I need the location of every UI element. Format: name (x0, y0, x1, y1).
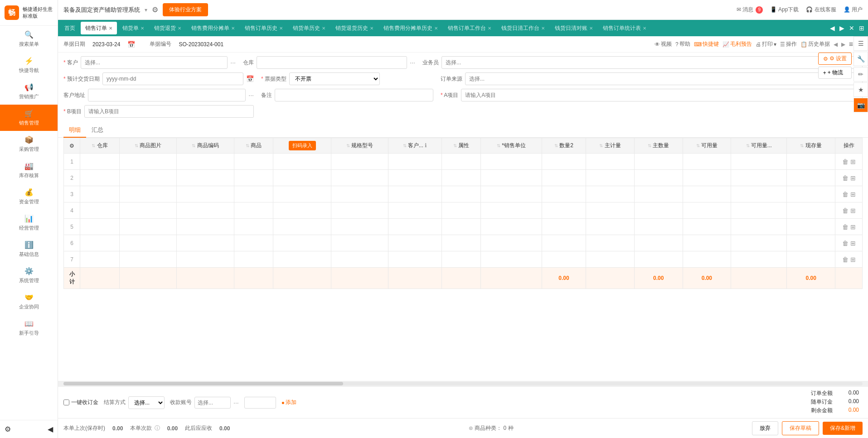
calendar-icon[interactable]: 📅 (127, 41, 135, 48)
tab-order-workbench-close[interactable]: ✕ (488, 26, 491, 31)
tab-return[interactable]: 销货退货 ✕ (150, 22, 186, 34)
collapse-sidebar-btn[interactable]: ◀ (48, 425, 53, 433)
sidebar-item-inventory[interactable]: 🏭 库存核算 (0, 157, 58, 183)
tab-expense-split-close[interactable]: ✕ (231, 26, 235, 31)
row-4-product[interactable] (234, 202, 273, 219)
row-1-main-unit[interactable] (586, 154, 635, 170)
row-4-main-unit[interactable] (586, 202, 635, 219)
tab-sales-stats[interactable]: 销售订单统计表 ✕ (598, 22, 651, 34)
tab-order-history[interactable]: 销售订单历史 ✕ (240, 22, 287, 34)
form-nav-next[interactable]: ▶ (841, 41, 845, 48)
settings-btn[interactable]: ⚙ ⚙ 设置 (818, 53, 852, 65)
row-2-main-qty[interactable] (634, 170, 683, 186)
address-dots-btn[interactable]: ··· (248, 91, 254, 99)
customer-dots-btn[interactable]: ··· (230, 59, 236, 66)
row-6-available2[interactable] (731, 235, 787, 251)
row-6-main-qty[interactable] (634, 235, 683, 251)
warehouse-dots-btn[interactable]: ··· (410, 59, 415, 66)
settings-icon[interactable]: ⚙ (152, 5, 158, 14)
row-3-product[interactable] (234, 186, 273, 202)
th-sales-unit[interactable]: ⇅ *销售单位 (481, 138, 542, 154)
row-5-copy-btn[interactable]: ⊞ (850, 223, 856, 231)
tab-summary[interactable]: 汇总 (86, 123, 109, 138)
row-3-available2[interactable] (731, 186, 787, 202)
form-nav-prev[interactable]: ◀ (834, 41, 838, 48)
row-3-stock[interactable] (787, 186, 835, 202)
user-area[interactable]: 👤 用户 (844, 6, 863, 14)
row-6-spec[interactable] (331, 235, 388, 251)
tab-goods-history[interactable]: 销货单历史 ✕ (288, 22, 330, 34)
row-3-spec[interactable] (331, 186, 388, 202)
row-2-spec[interactable] (331, 170, 388, 186)
row-7-available2[interactable] (731, 251, 787, 268)
row-6-sales-unit[interactable] (481, 235, 542, 251)
row-1-warehouse[interactable] (80, 154, 120, 170)
profit-btn[interactable]: 📈 毛利预告 (723, 40, 752, 48)
row-7-main-unit[interactable] (586, 251, 635, 268)
row-1-code[interactable] (177, 154, 234, 170)
row-5-product[interactable] (234, 219, 273, 235)
row-4-main-qty[interactable] (634, 202, 683, 219)
row-3-scan[interactable] (273, 186, 331, 202)
view-btn[interactable]: 👁 视频 (655, 40, 672, 48)
tab-prev-btn[interactable]: ◀ (828, 24, 837, 33)
row-4-copy-btn[interactable]: ⊞ (850, 207, 856, 214)
row-3-available[interactable] (683, 186, 731, 202)
scroll-thumb[interactable] (63, 382, 343, 385)
th-product-img[interactable]: ⇅ 商品图片 (119, 138, 176, 154)
row-5-code[interactable] (177, 219, 234, 235)
th-product[interactable]: ⇅ 商品 (234, 138, 273, 154)
order-source-input[interactable] (465, 72, 863, 85)
tab-expense-split[interactable]: 销售费用分摊单 ✕ (187, 22, 239, 34)
th-scan[interactable]: 扫码录入 (273, 138, 331, 154)
row-1-sales-unit[interactable] (481, 154, 542, 170)
tab-order-workbench[interactable]: 销售订单工作台 ✕ (443, 22, 496, 34)
add-payment-btn[interactable]: ● 添加 (281, 399, 296, 406)
tab-next-btn[interactable]: ▶ (838, 24, 846, 33)
scan-entry-btn[interactable]: 扫码录入 (289, 141, 316, 150)
row-5-main-unit[interactable] (586, 219, 635, 235)
row-2-available[interactable] (683, 170, 731, 186)
th-qty2[interactable]: ⇅ 数量2 (542, 138, 586, 154)
row-2-img[interactable] (119, 170, 176, 186)
row-7-warehouse[interactable] (80, 251, 120, 268)
row-3-warehouse[interactable] (80, 186, 120, 202)
row-3-customer-code[interactable] (388, 186, 441, 202)
row-1-available2[interactable] (731, 154, 787, 170)
list-view-btn[interactable]: ≡ (849, 40, 853, 48)
tab-daily-workbench-close[interactable]: ✕ (541, 26, 545, 31)
app-download-btn[interactable]: 📱 App下载 (770, 6, 799, 14)
row-2-warehouse[interactable] (80, 170, 120, 186)
row-7-copy-btn[interactable]: ⊞ (850, 256, 856, 263)
th-main-unit[interactable]: ⇅ 主计量 (586, 138, 635, 154)
row-7-sales-unit[interactable] (481, 251, 542, 268)
industry-solution-btn[interactable]: 体验行业方案 (163, 3, 208, 16)
tab-sales-order-close[interactable]: ✕ (109, 26, 112, 31)
row-6-attr[interactable] (441, 235, 481, 251)
row-7-main-qty[interactable] (634, 251, 683, 268)
row-4-attr[interactable] (441, 202, 481, 219)
row-1-qty2[interactable] (542, 154, 586, 170)
row-3-img[interactable] (119, 186, 176, 202)
row-6-scan[interactable] (273, 235, 331, 251)
row-3-sales-unit[interactable] (481, 186, 542, 202)
row-6-code[interactable] (177, 235, 234, 251)
row-5-sales-unit[interactable] (481, 219, 542, 235)
row-4-delete-btn[interactable]: 🗑 (842, 207, 849, 214)
discard-btn[interactable]: 放弃 (752, 421, 778, 435)
row-7-spec[interactable] (331, 251, 388, 268)
row-5-available[interactable] (683, 219, 731, 235)
row-4-img[interactable] (119, 202, 176, 219)
sidebar-item-search[interactable]: 🔍 搜索菜单 (0, 26, 58, 52)
tab-sales-order[interactable]: 销售订单 ✕ (81, 22, 117, 34)
row-2-product[interactable] (234, 170, 273, 186)
row-3-main-qty[interactable] (634, 186, 683, 202)
tab-daily-reconcile-close[interactable]: ✕ (589, 26, 593, 31)
row-5-delete-btn[interactable]: 🗑 (842, 223, 849, 231)
row-1-customer-code[interactable] (388, 154, 441, 170)
row-5-attr[interactable] (441, 219, 481, 235)
th-customer-code[interactable]: ⇅ 客户... ℹ (388, 138, 441, 154)
row-3-qty2[interactable] (542, 186, 586, 202)
sidebar-item-sales[interactable]: 🛒 销售管理 (0, 105, 58, 131)
row-6-img[interactable] (119, 235, 176, 251)
